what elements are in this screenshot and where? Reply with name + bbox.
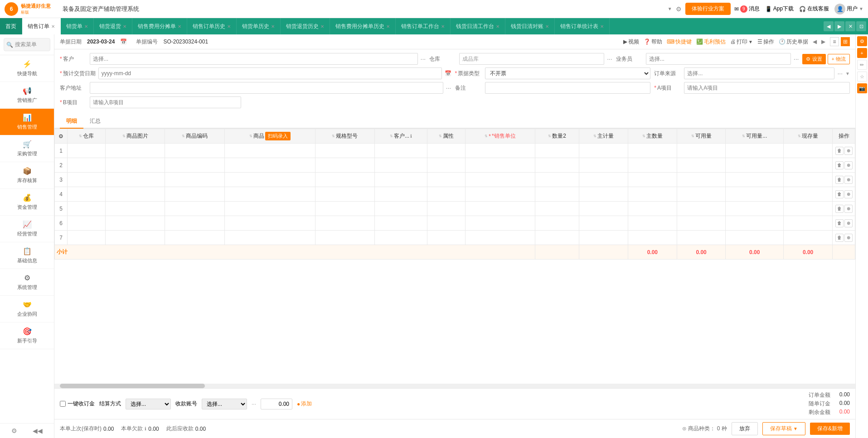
add-material-button[interactable]: + 物流 xyxy=(828,54,850,64)
sort-icon[interactable]: ⇅ xyxy=(332,134,335,138)
list-view-button[interactable]: ≡ xyxy=(830,37,839,46)
a-project-input[interactable] xyxy=(684,82,850,94)
one-click-checkbox[interactable] xyxy=(60,401,66,407)
sort-icon[interactable]: ⇅ xyxy=(798,134,801,138)
tab-daily-workbench[interactable]: 钱货日清工作台 ✕ xyxy=(451,18,505,34)
view-button[interactable]: ▶ 视频 xyxy=(623,38,639,46)
sidebar-collapse-icon[interactable]: ◀◀ xyxy=(33,427,43,434)
delete-row-button[interactable]: 🗑 xyxy=(835,161,844,169)
sort-icon[interactable]: ⇅ xyxy=(548,134,551,138)
tab-close-icon[interactable]: ✕ xyxy=(496,24,499,29)
tab-reconcile[interactable]: 钱货日清对账 ✕ xyxy=(505,18,555,34)
tab-close-icon[interactable]: ✕ xyxy=(441,24,445,29)
nav-prev-form-icon[interactable]: ◀ xyxy=(813,39,817,45)
sidebar-item-quick-nav[interactable]: ⚡ 快捷导航 xyxy=(0,55,54,82)
invoice-type-select[interactable]: 不开票 xyxy=(485,67,651,79)
right-panel-camera-button[interactable]: 📷 xyxy=(857,83,867,93)
tab-detail[interactable]: 明细 xyxy=(60,115,83,129)
sidebar-item-sales[interactable]: 📊 销售管理 xyxy=(0,109,54,135)
settings-icon[interactable]: ⚙ xyxy=(676,5,682,13)
add-payment-button[interactable]: ● 添加 xyxy=(297,400,312,408)
right-panel-settings-button[interactable]: ⚙ xyxy=(857,36,867,46)
discard-button[interactable]: 放弃 xyxy=(732,422,758,435)
sidebar-item-marketing[interactable]: 📢 营销推广 xyxy=(0,82,54,109)
tab-close-icon[interactable]: ✕ xyxy=(227,24,231,29)
col-settings-header[interactable]: ⚙ xyxy=(55,129,68,144)
delete-row-button[interactable]: 🗑 xyxy=(835,234,844,242)
tab-summary[interactable]: 汇总 xyxy=(83,115,107,129)
sidebar-item-guide[interactable]: 🎯 新手引导 xyxy=(0,322,54,349)
notes-input[interactable] xyxy=(485,82,651,94)
copy-row-button[interactable]: ⊕ xyxy=(844,147,853,155)
industry-solution-button[interactable]: 体验行业方案 xyxy=(685,3,731,15)
right-panel-star-button[interactable]: ☆ xyxy=(857,72,867,82)
sidebar-item-purchase[interactable]: 🛒 采购管理 xyxy=(0,135,54,162)
app-download-item[interactable]: 📱 App下载 xyxy=(765,5,794,13)
delete-row-button[interactable]: 🗑 xyxy=(835,190,844,198)
nav-close-button[interactable]: ✕ xyxy=(845,21,855,31)
scan-button[interactable]: 扫码录入 xyxy=(265,132,291,140)
user-menu-item[interactable]: 👤 用户 ▼ xyxy=(834,4,863,14)
right-panel-lock-button[interactable]: + xyxy=(857,48,867,58)
sort-icon[interactable]: ⇅ xyxy=(182,134,185,138)
tab-close-icon[interactable]: ✕ xyxy=(178,24,181,29)
tab-expense[interactable]: 销售费用分摊单 ✕ xyxy=(132,18,187,34)
warehouse-more-icon[interactable]: ··· xyxy=(607,55,612,63)
warehouse-input[interactable] xyxy=(459,53,604,65)
order-source-input[interactable] xyxy=(684,67,834,79)
copy-row-button[interactable]: ⊕ xyxy=(844,234,853,242)
sort-icon[interactable]: ⇅ xyxy=(485,134,488,138)
sidebar-settings-icon[interactable]: ⚙ xyxy=(11,427,17,434)
tab-close-icon[interactable]: ✕ xyxy=(600,24,604,29)
salesperson-more-icon[interactable]: ··· xyxy=(794,55,799,63)
bank-account-select[interactable]: 选择... xyxy=(202,399,247,409)
address-more-icon[interactable]: ··· xyxy=(446,84,451,91)
sort-icon[interactable]: ⇅ xyxy=(642,134,645,138)
tab-close-icon[interactable]: ✕ xyxy=(545,24,549,29)
system-dropdown-icon[interactable]: ▼ xyxy=(668,6,672,11)
calendar-icon[interactable]: 📅 xyxy=(120,39,127,45)
sort-icon[interactable]: ⇅ xyxy=(79,134,82,138)
nav-next-form-icon[interactable]: ▶ xyxy=(821,39,825,45)
tab-sales-order[interactable]: 销售订单 ✕ xyxy=(22,18,61,34)
grid-view-button[interactable]: ⊞ xyxy=(841,37,850,46)
horizontal-scrollbar[interactable] xyxy=(60,384,850,388)
column-settings-icon[interactable]: ⚙ xyxy=(58,133,63,140)
tab-close-icon[interactable]: ✕ xyxy=(51,24,55,29)
sidebar-item-business[interactable]: 📈 经营管理 xyxy=(0,216,54,242)
sort-icon[interactable]: ⇅ xyxy=(390,134,393,138)
tab-sales-history[interactable]: 销货单历史 ✕ xyxy=(237,18,281,34)
dots-icon[interactable]: ··· xyxy=(252,401,256,407)
sidebar-item-system[interactable]: ⚙ 系统管理 xyxy=(0,269,54,296)
shortcuts-button[interactable]: ⌨ 快捷键 xyxy=(667,38,692,46)
tab-close-icon[interactable]: ✕ xyxy=(320,24,324,29)
nav-prev-button[interactable]: ◀ xyxy=(824,21,834,31)
tab-returns[interactable]: 销货退货 ✕ xyxy=(94,18,132,34)
tab-home[interactable]: 首页 xyxy=(0,18,22,34)
copy-row-button[interactable]: ⊕ xyxy=(844,190,853,198)
search-menu-button[interactable]: 🔍 搜索菜单 xyxy=(4,38,50,51)
tab-close-icon[interactable]: ✕ xyxy=(386,24,390,29)
history-button[interactable]: 🕐 历史单据 xyxy=(779,38,808,46)
tab-returns-history[interactable]: 销货退货历史 ✕ xyxy=(281,18,330,34)
sort-icon[interactable]: ⇅ xyxy=(122,134,126,138)
info-icon[interactable]: ℹ xyxy=(145,426,146,431)
customer-address-input[interactable] xyxy=(90,82,443,94)
info-icon[interactable]: ℹ xyxy=(410,134,412,139)
tab-workbench[interactable]: 销售订单工作台 ✕ xyxy=(396,18,451,34)
amount-input[interactable] xyxy=(261,399,292,409)
delete-row-button[interactable]: 🗑 xyxy=(835,205,844,213)
save-new-button[interactable]: 保存&新增 xyxy=(810,423,850,435)
sort-icon[interactable]: ⇅ xyxy=(742,134,745,138)
operation-button[interactable]: ☰ 操作 xyxy=(757,38,774,46)
sidebar-item-finance[interactable]: 💰 资金管理 xyxy=(0,189,54,216)
b-project-input[interactable] xyxy=(90,96,241,108)
tab-close-icon[interactable]: ✕ xyxy=(123,24,126,29)
tab-close-icon[interactable]: ✕ xyxy=(84,24,88,29)
delete-row-button[interactable]: 🗑 xyxy=(835,176,844,184)
message-icon-item[interactable]: ✉ 9 消息 xyxy=(734,5,760,13)
save-draft-button[interactable]: 保存草稿 ▼ xyxy=(762,422,805,435)
scrollbar-thumb[interactable] xyxy=(60,384,205,388)
sidebar-item-collab[interactable]: 🤝 企业协同 xyxy=(0,296,54,322)
copy-row-button[interactable]: ⊕ xyxy=(844,219,853,227)
